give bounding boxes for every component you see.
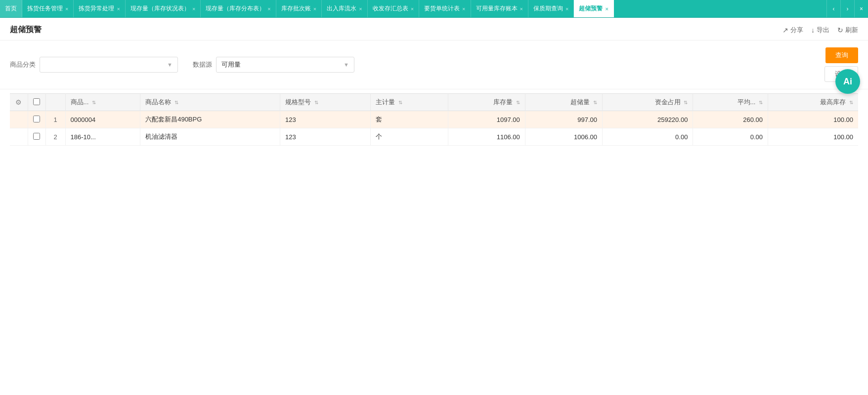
page-header: 超储预警 ↗ 分享 ↓ 导出 ↻ 刷新 bbox=[0, 18, 868, 40]
export-label: 导出 bbox=[817, 26, 829, 35]
query-button[interactable]: 查询 bbox=[825, 47, 858, 63]
nav-tab-home-label: 首页 bbox=[5, 4, 17, 13]
nav-tab-quality-check[interactable]: 保质期查询 × bbox=[528, 0, 574, 18]
sort-icon-inventory: ⇅ bbox=[516, 100, 520, 105]
nav-tab-batch-account-close[interactable]: × bbox=[313, 6, 316, 12]
nav-tab-available-account-close[interactable]: × bbox=[520, 6, 523, 12]
nav-arrow-close[interactable]: × bbox=[854, 0, 868, 18]
col-header-overstock[interactable]: 超储量 ⇅ bbox=[525, 94, 602, 111]
row-inventory-0: 1097.00 bbox=[448, 111, 525, 128]
row-spec-0: 123 bbox=[280, 111, 371, 128]
gear-icon[interactable]: ⚙ bbox=[15, 98, 22, 106]
nav-tab-abnormal[interactable]: 拣货异常处理 × bbox=[74, 0, 125, 18]
col-header-gear: ⚙ bbox=[10, 94, 28, 111]
nav-tab-order-stats-label: 要货单统计表 bbox=[424, 4, 460, 13]
nav-tab-home[interactable]: 首页 bbox=[0, 0, 22, 18]
col-header-spec[interactable]: 规格型号 ⇅ bbox=[280, 94, 371, 111]
data-table: ⚙ 商品... ⇅ 商品名称 ⇅ 规格型号 ⇅ bbox=[10, 93, 858, 146]
nav-tab-task-mgmt-close[interactable]: × bbox=[65, 6, 68, 12]
select-all-checkbox[interactable] bbox=[33, 98, 40, 105]
col-header-checkbox bbox=[28, 94, 45, 111]
nav-tab-overstock-warning-close[interactable]: × bbox=[605, 6, 608, 12]
row-capital-used-0: 259220.00 bbox=[603, 111, 693, 128]
row-unit-1: 个 bbox=[371, 128, 448, 146]
nav-tab-quality-check-label: 保质期查询 bbox=[533, 4, 563, 13]
datasource-select-value: 可用量 bbox=[221, 60, 241, 69]
nav-tab-order-stats-close[interactable]: × bbox=[462, 6, 465, 12]
nav-tab-in-out-flow[interactable]: 出入库流水 × bbox=[322, 0, 367, 18]
col-header-avg[interactable]: 平均... ⇅ bbox=[693, 94, 768, 111]
row-max-inventory-0: 100.00 bbox=[768, 111, 858, 128]
share-button[interactable]: ↗ 分享 bbox=[782, 26, 803, 35]
nav-arrow-left[interactable]: ‹ bbox=[826, 0, 840, 18]
nav-tab-quality-check-close[interactable]: × bbox=[565, 6, 568, 12]
row-overstock-1: 1006.00 bbox=[525, 128, 602, 146]
nav-tab-task-mgmt[interactable]: 拣货任务管理 × bbox=[22, 0, 74, 18]
row-avg-0: 260.00 bbox=[693, 111, 768, 128]
col-header-inventory[interactable]: 库存量 ⇅ bbox=[448, 94, 525, 111]
nav-tab-abnormal-label: 拣货异常处理 bbox=[79, 4, 114, 13]
datasource-chevron-down-icon: ▼ bbox=[344, 62, 349, 68]
nav-tab-collect-summary-close[interactable]: × bbox=[411, 6, 414, 12]
nav-tab-inventory-status[interactable]: 现存量（库存状况表） × bbox=[126, 0, 201, 18]
row-product-code-1: 186-10... bbox=[65, 128, 140, 146]
sort-icon-avg: ⇅ bbox=[759, 100, 763, 105]
sort-icon-spec: ⇅ bbox=[314, 100, 318, 105]
row-select-checkbox-1[interactable] bbox=[33, 133, 40, 140]
filter-datasource: 数据源 可用量 ▼ bbox=[193, 57, 354, 73]
nav-tab-batch-account[interactable]: 库存批次账 × bbox=[276, 0, 322, 18]
share-icon: ↗ bbox=[782, 26, 788, 34]
category-select[interactable]: ▼ bbox=[40, 57, 178, 73]
nav-tab-overstock-warning-label: 超储预警 bbox=[579, 4, 603, 13]
row-num-0: 1 bbox=[45, 111, 65, 128]
col-header-product-code[interactable]: 商品... ⇅ bbox=[65, 94, 140, 111]
row-product-name-0: 六配套新昌490BPG bbox=[140, 111, 280, 128]
export-icon: ↓ bbox=[811, 26, 815, 34]
col-header-product-name[interactable]: 商品名称 ⇅ bbox=[140, 94, 280, 111]
datasource-select[interactable]: 可用量 ▼ bbox=[216, 57, 354, 73]
nav-tab-inventory-dist[interactable]: 现存量（库存分布表） × bbox=[201, 0, 276, 18]
row-capital-used-1: 0.00 bbox=[603, 128, 693, 146]
row-avg-1: 0.00 bbox=[693, 128, 768, 146]
nav-tab-inventory-dist-close[interactable]: × bbox=[267, 6, 270, 12]
nav-tab-batch-account-label: 库存批次账 bbox=[281, 4, 311, 13]
row-unit-0: 套 bbox=[371, 111, 448, 128]
sort-icon-capital-used: ⇅ bbox=[684, 100, 688, 105]
col-header-rownum bbox=[45, 94, 65, 111]
row-overstock-0: 997.00 bbox=[525, 111, 602, 128]
page-title: 超储预警 bbox=[10, 25, 42, 35]
col-header-max-inventory[interactable]: 最高库存 ⇅ bbox=[768, 94, 858, 111]
refresh-button[interactable]: ↻ 刷新 bbox=[837, 26, 858, 35]
ai-badge-label: Ai bbox=[843, 77, 852, 87]
export-button[interactable]: ↓ 导出 bbox=[811, 26, 829, 35]
sort-icon-product-code: ⇅ bbox=[92, 100, 96, 105]
table-header-row: ⚙ 商品... ⇅ 商品名称 ⇅ 规格型号 ⇅ bbox=[10, 94, 858, 111]
chevron-down-icon: ▼ bbox=[167, 62, 173, 68]
nav-tab-inventory-status-close[interactable]: × bbox=[192, 6, 195, 12]
refresh-label: 刷新 bbox=[845, 26, 858, 35]
ai-badge[interactable]: Ai bbox=[835, 69, 860, 94]
nav-tab-available-account[interactable]: 可用量库存账本 × bbox=[471, 0, 528, 18]
category-label: 商品分类 bbox=[10, 60, 36, 69]
row-checkbox-0 bbox=[28, 111, 45, 128]
row-product-name-1: 机油滤清器 bbox=[140, 128, 280, 146]
datasource-label: 数据源 bbox=[193, 60, 212, 69]
nav-tab-inventory-status-label: 现存量（库存状况表） bbox=[130, 4, 190, 13]
row-select-checkbox-0[interactable] bbox=[33, 116, 40, 122]
col-header-capital-used[interactable]: 资金占用 ⇅ bbox=[603, 94, 693, 111]
sort-icon-max-inventory: ⇅ bbox=[849, 100, 853, 105]
nav-tab-abnormal-close[interactable]: × bbox=[117, 6, 120, 12]
row-gear-1 bbox=[10, 128, 28, 146]
nav-tab-order-stats[interactable]: 要货单统计表 × bbox=[419, 0, 471, 18]
col-header-unit[interactable]: 主计量 ⇅ bbox=[371, 94, 448, 111]
nav-tab-in-out-flow-close[interactable]: × bbox=[359, 6, 362, 12]
table-row: 1 0000004 六配套新昌490BPG 123 套 1097.00 997.… bbox=[10, 111, 858, 128]
row-inventory-1: 1106.00 bbox=[448, 128, 525, 146]
nav-tab-collect-summary[interactable]: 收发存汇总表 × bbox=[368, 0, 419, 18]
nav-arrow-right[interactable]: › bbox=[840, 0, 854, 18]
header-actions: ↗ 分享 ↓ 导出 ↻ 刷新 bbox=[782, 26, 858, 35]
refresh-icon: ↻ bbox=[837, 26, 843, 34]
filter-area: 商品分类 ▼ 数据源 可用量 ▼ 查询 设置 bbox=[0, 40, 868, 89]
nav-tab-inventory-dist-label: 现存量（库存分布表） bbox=[206, 4, 265, 13]
nav-tab-overstock-warning[interactable]: 超储预警 × bbox=[574, 0, 613, 18]
